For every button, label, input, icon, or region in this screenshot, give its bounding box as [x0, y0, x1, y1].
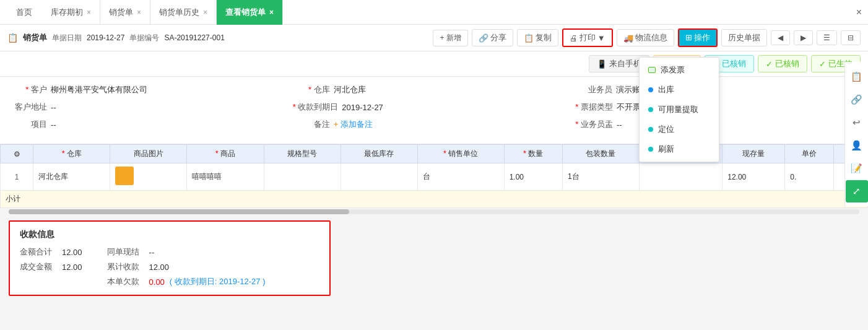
grid-icon: ⊞ — [685, 33, 692, 42]
due-note: ( 收款到期日: 2019-12-27 ) — [170, 276, 266, 287]
history-button[interactable]: 历史单据 — [721, 29, 767, 46]
address-field: 客户地址 -- — [10, 102, 293, 113]
right-expand-icon[interactable]: ⤢ — [846, 180, 868, 202]
add-note-btn[interactable]: + 添加备注 — [334, 119, 373, 130]
row-num: 1 — [1, 163, 33, 191]
ticket-type-label: 票据类型 — [575, 102, 613, 113]
operation-button[interactable]: ⊞ 操作 — [678, 28, 718, 47]
scrollbar-thumb[interactable] — [9, 209, 349, 214]
close-sales-tab[interactable]: × — [137, 8, 141, 17]
tab-sales-order[interactable]: 销货单 × — [100, 0, 150, 25]
customer-field: 客户 柳州粤港平安气体有限公司 — [10, 84, 293, 95]
row-warehouse: 河北仓库 — [33, 163, 110, 191]
project-value: -- — [51, 120, 56, 129]
row-avail — [639, 163, 722, 191]
same-order-item: 同单现结 -- — [107, 246, 266, 258]
avail-icon — [648, 107, 653, 112]
dropdown-arrow-icon: ▼ — [597, 33, 605, 43]
right-undo-icon[interactable]: ↩ — [846, 111, 868, 134]
print-button[interactable]: 🖨 打印 ▼ — [562, 28, 613, 47]
date-value: 2019-12-27 — [87, 33, 124, 42]
refresh-item[interactable]: 刷新 — [640, 139, 719, 159]
th-settings[interactable]: ⚙ — [1, 145, 33, 163]
row-qty: 1.00 — [504, 163, 562, 191]
form-area: 客户 柳州粤港平安气体有限公司 仓库 河北仓库 业务员 演示账号 客户地址 --… — [0, 77, 868, 144]
table-scrollbar[interactable] — [9, 209, 859, 214]
view-toggle-grid[interactable]: ⊟ — [841, 30, 861, 45]
th-qty: * 数量 — [504, 145, 562, 163]
window-close-button[interactable]: × — [856, 7, 862, 18]
customer-value: 柳州粤港平安气体有限公司 — [51, 84, 147, 95]
cumulative-value: 12.00 — [149, 263, 170, 272]
th-spec: 规格型号 — [264, 145, 341, 163]
copy-button[interactable]: 📋 复制 — [517, 29, 558, 46]
invoice-icon — [648, 67, 656, 73]
close-history-tab[interactable]: × — [203, 8, 207, 17]
row-unit: 台 — [417, 163, 504, 191]
locate-item[interactable]: 定位 — [640, 119, 719, 139]
effect-icon: ✓ — [819, 59, 826, 69]
right-note-icon[interactable]: 📝 — [846, 157, 868, 180]
row-img — [110, 163, 187, 191]
note-field: 备注 + 添加备注 — [293, 119, 576, 130]
tab-sales-history[interactable]: 销货单历史 × — [150, 0, 217, 25]
truck-icon: 🚚 — [623, 33, 633, 43]
tab-inventory-init[interactable]: 库存期初 × — [42, 0, 100, 25]
project-field: 项目 -- — [10, 119, 293, 130]
right-doc-icon[interactable]: 📋 — [846, 66, 868, 88]
right-link-icon[interactable]: 🔗 — [846, 89, 868, 111]
voided-button[interactable]: ✓ 已核销 — [758, 55, 807, 72]
toolbar-actions: + 新增 🔗 分享 📋 复制 🖨 打印 ▼ 🚚 物流信息 ⊞ 操作 — [433, 28, 861, 47]
row-price: 0. — [785, 163, 833, 191]
tab-view-sales[interactable]: 查看销货单 × — [217, 0, 283, 25]
share-button[interactable]: 🔗 分享 — [472, 29, 513, 46]
close-inventory-tab[interactable]: × — [87, 8, 91, 17]
share-icon: 🔗 — [479, 33, 488, 43]
th-unit: * 销售单位 — [417, 145, 504, 163]
right-user-icon[interactable]: 👤 — [846, 134, 868, 157]
table-wrap: ⚙ * 仓库 商品图片 * 商品 规格型号 最低库存 * 销售单位 * 数量 包… — [0, 144, 868, 208]
table-header-row: ⚙ * 仓库 商品图片 * 商品 规格型号 最低库存 * 销售单位 * 数量 包… — [1, 145, 868, 163]
current-owe-item: 本单欠款 0.00 ( 收款到期日: 2019-12-27 ) — [107, 276, 266, 287]
avail-qty-item[interactable]: 可用量提取 — [640, 100, 719, 119]
new-button[interactable]: + 新增 — [433, 30, 467, 46]
th-warehouse: * 仓库 — [33, 145, 110, 163]
number-value: SA-20191227-001 — [164, 33, 224, 42]
row-product: 嘻嘻嘻嘻 — [187, 163, 264, 191]
operation-dropdown: 添发票 出库 可用量提取 定位 刷新 — [639, 57, 719, 162]
tab-home[interactable]: 首页 — [6, 7, 42, 18]
void-icon: ✓ — [766, 59, 773, 69]
th-pack-qty: 包装数量 — [562, 145, 639, 163]
payment-info-box: 收款信息 金额合计 12.00 成交金额 12.00 同单现结 -- 累计收款 — [9, 220, 331, 296]
add-invoice-item[interactable]: 添发票 — [640, 60, 719, 80]
th-stock: 现存量 — [723, 145, 785, 163]
row-pack-qty: 1台 — [562, 163, 639, 191]
next-button[interactable]: ▶ — [794, 30, 813, 45]
current-owe-label: 本单欠款 — [107, 276, 144, 287]
outbound-item[interactable]: 出库 — [640, 80, 719, 100]
toolbar: 📋 销货单 单据日期 2019-12-27 单据编号 SA-20191227-0… — [0, 25, 868, 51]
prev-button[interactable]: ◀ — [771, 30, 790, 45]
staff2-label: 业务员盂 — [575, 119, 613, 130]
warehouse-value: 河北仓库 — [334, 84, 366, 95]
doc-label: 销货单 — [23, 32, 47, 43]
logistics-button[interactable]: 🚚 物流信息 — [617, 29, 674, 46]
print-icon: 🖨 — [570, 33, 578, 43]
deal-amount-value: 12.00 — [62, 263, 82, 272]
same-order-value: -- — [149, 248, 155, 257]
current-owe-value: 0.00 — [149, 277, 165, 287]
note-label: 备注 — [293, 119, 330, 130]
payment-title: 收款信息 — [20, 229, 319, 240]
same-order-label: 同单现结 — [107, 246, 144, 258]
close-view-tab[interactable]: × — [269, 8, 274, 17]
due-date-label: 收款到期日 — [293, 102, 339, 113]
outbound-icon — [648, 87, 653, 92]
main-content: 📋 销货单 单据日期 2019-12-27 单据编号 SA-20191227-0… — [0, 25, 868, 330]
staff2-value: -- — [617, 120, 622, 129]
product-image — [115, 167, 134, 185]
number-label: 单据编号 — [129, 33, 159, 43]
status-area: 📱 来自手机 ● 未开票 ✓ 已核销 ✓ 已核销 ✓ 已生效 — [0, 51, 868, 77]
project-label: 项目 — [10, 119, 47, 130]
view-toggle-list[interactable]: ☰ — [817, 30, 837, 45]
amount-total-label: 金额合计 — [20, 246, 57, 258]
